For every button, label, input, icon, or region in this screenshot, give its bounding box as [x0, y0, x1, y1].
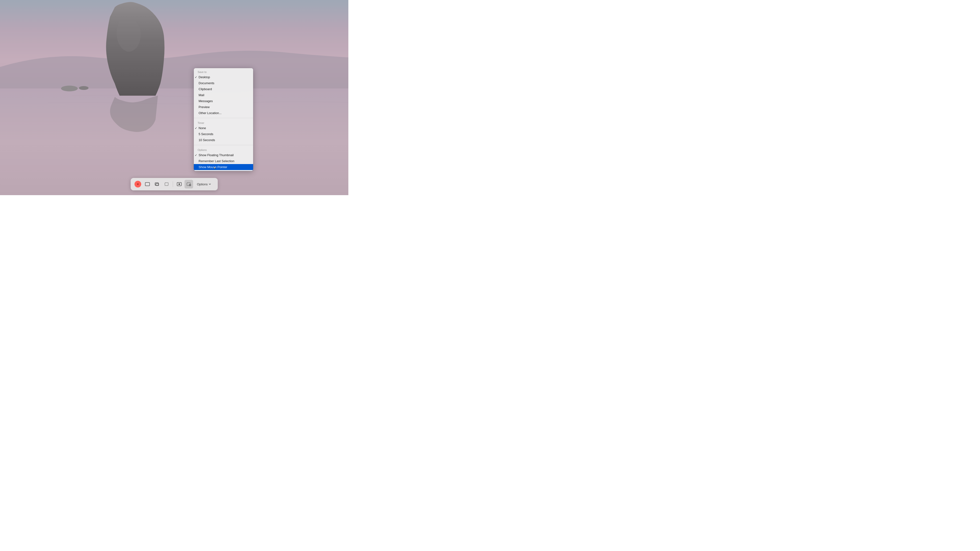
options-section-label: Options — [194, 147, 253, 152]
menu-item-preview-label: Preview — [199, 105, 210, 109]
desktop-background — [0, 0, 348, 195]
checkmark-none: ✓ — [195, 127, 197, 130]
menu-item-none[interactable]: ✓ None — [194, 125, 253, 131]
capture-fullscreen-button[interactable] — [143, 180, 152, 189]
menu-item-clipboard-label: Clipboard — [199, 87, 212, 91]
timer-label: Timer — [194, 120, 253, 125]
record-selection-icon — [186, 182, 191, 187]
chevron-down-icon — [208, 183, 211, 185]
context-menu: Save to ✓ Desktop Documents Clipboard Ma… — [194, 68, 253, 171]
save-to-label: Save to — [194, 69, 253, 74]
screenshot-toolbar: × Options — [130, 178, 218, 191]
menu-item-show-mouse-pointer-label: Show Mouse Pointer — [199, 165, 227, 169]
svg-rect-7 — [156, 183, 159, 186]
svg-rect-5 — [145, 183, 150, 186]
menu-item-mail-label: Mail — [199, 93, 204, 97]
save-to-section: Save to ✓ Desktop Documents Clipboard Ma… — [194, 68, 253, 117]
menu-item-clipboard[interactable]: Clipboard — [194, 86, 253, 92]
svg-rect-8 — [165, 183, 168, 186]
timer-section: Timer ✓ None 5 Seconds 10 Seconds — [194, 119, 253, 144]
options-button[interactable]: Options — [194, 181, 214, 187]
menu-item-10-seconds-label: 10 Seconds — [199, 138, 215, 142]
checkmark-floating-thumbnail: ✓ — [195, 154, 197, 157]
svg-rect-4 — [0, 0, 348, 195]
selection-icon — [164, 182, 169, 187]
background-image — [0, 0, 348, 195]
divider-2 — [194, 145, 253, 145]
menu-item-desktop-label: Desktop — [199, 75, 210, 79]
capture-selection-button[interactable] — [162, 180, 171, 189]
menu-item-none-label: None — [199, 126, 206, 130]
record-selection-button[interactable] — [185, 180, 193, 189]
window-icon — [154, 182, 159, 187]
menu-item-other-location-label: Other Location... — [199, 111, 221, 115]
menu-item-other-location[interactable]: Other Location... — [194, 110, 253, 116]
menu-item-desktop[interactable]: ✓ Desktop — [194, 74, 253, 80]
menu-item-remember-last-selection-label: Remember Last Selection — [199, 159, 234, 163]
record-screen-button[interactable] — [175, 180, 183, 189]
divider-1 — [194, 118, 253, 118]
menu-item-remember-last-selection[interactable]: Remember Last Selection — [194, 158, 253, 164]
options-label: Options — [197, 183, 208, 186]
toolbar-divider — [173, 181, 173, 187]
record-screen-icon — [177, 182, 181, 187]
menu-item-10-seconds[interactable]: 10 Seconds — [194, 137, 253, 143]
menu-item-5-seconds-label: 5 Seconds — [199, 132, 213, 136]
menu-item-documents[interactable]: Documents — [194, 80, 253, 86]
svg-point-14 — [190, 185, 191, 186]
checkmark-desktop: ✓ — [195, 76, 197, 79]
menu-item-show-mouse-pointer[interactable]: Show Mouse Pointer — [194, 164, 253, 170]
menu-item-messages-label: Messages — [199, 99, 213, 103]
svg-point-10 — [178, 183, 180, 185]
fullscreen-icon — [145, 182, 150, 187]
menu-item-5-seconds[interactable]: 5 Seconds — [194, 131, 253, 137]
menu-item-preview[interactable]: Preview — [194, 104, 253, 110]
capture-window-button[interactable] — [153, 180, 161, 189]
menu-item-mail[interactable]: Mail — [194, 92, 253, 98]
close-button[interactable]: × — [134, 181, 141, 187]
menu-item-show-floating-thumbnail-label: Show Floating Thumbnail — [199, 153, 234, 157]
menu-item-documents-label: Documents — [199, 81, 215, 85]
options-section: Options ✓ Show Floating Thumbnail Rememb… — [194, 146, 253, 171]
menu-item-show-floating-thumbnail[interactable]: ✓ Show Floating Thumbnail — [194, 152, 253, 158]
menu-item-messages[interactable]: Messages — [194, 98, 253, 104]
close-icon: × — [137, 182, 139, 186]
